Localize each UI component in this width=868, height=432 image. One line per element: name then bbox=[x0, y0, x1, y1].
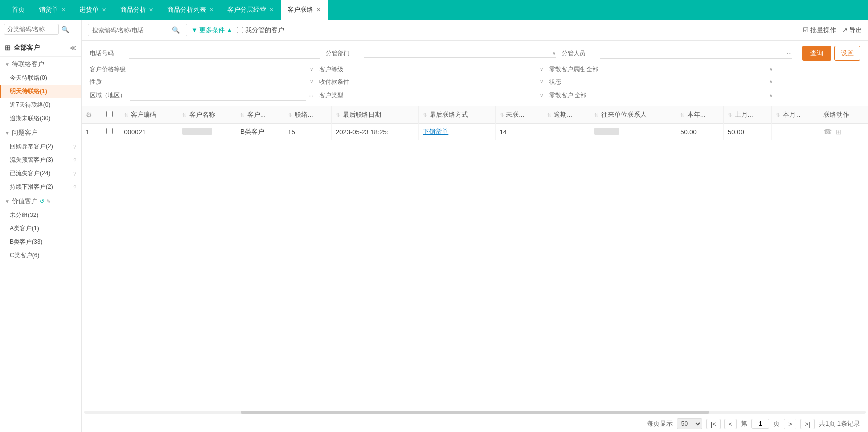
sidebar-item-class-b[interactable]: B类客户(33) bbox=[0, 235, 81, 249]
sort-icon-type: ⇅ bbox=[240, 112, 244, 118]
chevron-up-icon: ▲ bbox=[226, 26, 233, 34]
sidebar-item-lost[interactable]: 已流失客户(24) ? bbox=[0, 167, 81, 180]
sidebar-all-customers[interactable]: ⊞ 全部客户 ≪ bbox=[0, 39, 81, 57]
sort-icon-unit: ⇅ bbox=[594, 112, 598, 118]
first-page-btn[interactable]: |< bbox=[706, 419, 721, 429]
row-checkbox[interactable] bbox=[106, 128, 113, 134]
filter-person-select[interactable]: ··· bbox=[600, 48, 792, 59]
chevron-down-icon-7: ∨ bbox=[769, 79, 773, 84]
sort-icon-contact: ⇅ bbox=[288, 112, 292, 118]
sidebar-item-overdue[interactable]: 逾期未联络(30) bbox=[0, 112, 81, 125]
td-name bbox=[178, 124, 236, 140]
more-conditions-btn[interactable]: ▼ 更多条件 ▲ bbox=[191, 26, 233, 35]
horizontal-scrollbar[interactable] bbox=[82, 409, 868, 415]
sidebar-item-class-a[interactable]: A类客户(1) bbox=[0, 222, 81, 235]
last-way-link[interactable]: 下销货单 bbox=[423, 128, 448, 135]
next-page-btn[interactable]: > bbox=[784, 419, 796, 429]
th-name: ⇅ 客户名称 bbox=[178, 106, 236, 124]
filter-area-input[interactable] bbox=[130, 90, 306, 101]
nav-home[interactable]: 首页 bbox=[5, 0, 32, 20]
last-page-btn[interactable]: >| bbox=[800, 419, 815, 429]
sidebar-item-ungrouped[interactable]: 未分组(32) bbox=[0, 209, 81, 222]
filter-nature-label: 性质 bbox=[90, 78, 125, 86]
filter-price-level-select[interactable]: ∨ bbox=[130, 65, 313, 73]
query-button[interactable]: 查询 bbox=[802, 46, 831, 61]
grid-action-icon[interactable]: ⊞ bbox=[836, 128, 842, 136]
filter-nature-select[interactable]: ∨ bbox=[129, 77, 313, 86]
arrow-down-icon: ▼ bbox=[5, 62, 10, 67]
sidebar-item-decline[interactable]: 持续下滑客户(2) ? bbox=[0, 180, 81, 194]
nav-analysis-close[interactable]: ✕ bbox=[149, 7, 153, 13]
per-page-select[interactable]: 50 10 20 100 bbox=[677, 418, 702, 429]
page-input[interactable] bbox=[751, 419, 769, 429]
search-icon-toolbar[interactable]: 🔍 bbox=[172, 26, 180, 34]
td-action: ☎ ⊞ bbox=[819, 124, 868, 140]
sidebar-group-problem-label: 问题客户 bbox=[12, 128, 38, 137]
sidebar-group-pending[interactable]: ▼ 待联络客户 bbox=[0, 57, 81, 72]
filter-level: 客户等级 ∨ bbox=[319, 65, 543, 73]
filter-retail-select[interactable]: ∨ bbox=[590, 91, 773, 100]
th-code-label: 客户编码 bbox=[131, 111, 156, 118]
help-icon-2[interactable]: ? bbox=[73, 157, 76, 163]
filter-level-select[interactable]: ∨ bbox=[358, 65, 543, 73]
search-input[interactable] bbox=[92, 27, 172, 34]
help-icon-3[interactable]: ? bbox=[73, 171, 76, 177]
scrollbar-track bbox=[84, 411, 866, 414]
nav-customer-tier-close[interactable]: ✕ bbox=[269, 7, 274, 13]
sidebar-item-lost-risk[interactable]: 流失预警客户(3) ? bbox=[0, 153, 81, 167]
sort-icon-date: ⇅ bbox=[336, 112, 340, 118]
td-last-month: 50.00 bbox=[724, 124, 772, 140]
table-header-row: ⚙ ⇅ 客户编码 ⇅ 客户名称 bbox=[82, 106, 868, 124]
filter-status-select[interactable]: ∨ bbox=[588, 77, 773, 86]
phone-action-icon[interactable]: ☎ bbox=[823, 128, 832, 136]
td-cust-type: B类客户 bbox=[236, 124, 284, 140]
filter-retail-attr-select[interactable]: ∨ bbox=[602, 65, 773, 73]
sidebar-item-class-c[interactable]: C类客户(6) bbox=[0, 249, 81, 262]
collapse-icon[interactable]: ≪ bbox=[70, 44, 76, 52]
filter-level-label: 客户等级 bbox=[319, 65, 354, 73]
prev-page-btn[interactable]: < bbox=[724, 419, 737, 429]
th-last-way-label: 最后联络方式 bbox=[430, 111, 468, 118]
edit-icon[interactable]: ✎ bbox=[46, 198, 51, 205]
per-page-label: 每页显示 bbox=[647, 419, 673, 428]
sidebar-search-input[interactable] bbox=[4, 24, 59, 35]
help-icon-4[interactable]: ? bbox=[73, 184, 76, 190]
filter-icon: ▼ bbox=[191, 26, 198, 34]
my-customers-label: 我分管的客户 bbox=[245, 26, 284, 35]
filter-phone-input[interactable] bbox=[129, 48, 320, 59]
nav-sales[interactable]: 销货单 ✕ bbox=[32, 0, 72, 20]
batch-op-btn[interactable]: ☑ 批量操作 bbox=[803, 26, 836, 35]
sidebar-group-problem[interactable]: ▼ 问题客户 bbox=[0, 125, 81, 140]
sidebar-group-value[interactable]: ▼ 价值客户 ↺ ✎ bbox=[0, 194, 81, 209]
sidebar-group-pending-label: 待联络客户 bbox=[12, 60, 44, 69]
nav-analysis-list-close[interactable]: ✕ bbox=[209, 7, 214, 13]
nav-analysis-list[interactable]: 商品分析列表 ✕ bbox=[160, 0, 220, 20]
help-icon-1[interactable]: ? bbox=[73, 144, 76, 150]
filter-payment-select[interactable]: ∨ bbox=[358, 77, 543, 86]
sidebar-item-today[interactable]: 今天待联络(0) bbox=[0, 72, 81, 85]
td-not-contact: 14 bbox=[495, 124, 543, 140]
sidebar-search-icon[interactable]: 🔍 bbox=[61, 26, 69, 33]
filter-cust-type-select[interactable]: ∨ bbox=[358, 91, 543, 100]
my-customers-checkbox[interactable] bbox=[237, 27, 243, 33]
refresh-icon[interactable]: ↺ bbox=[40, 198, 44, 205]
filter-dept-select[interactable]: ∨ bbox=[364, 49, 556, 58]
chevron-down-icon-4: ∨ bbox=[769, 66, 773, 72]
nav-purchase-close[interactable]: ✕ bbox=[102, 7, 106, 13]
filter-retail-label: 零散客户 全部 bbox=[549, 91, 586, 100]
select-all-checkbox[interactable] bbox=[106, 111, 113, 117]
gear-icon[interactable]: ⚙ bbox=[86, 111, 92, 119]
settings-button[interactable]: 设置 bbox=[834, 46, 860, 61]
export-btn[interactable]: ↗ 导出 bbox=[842, 26, 862, 35]
sidebar-item-week[interactable]: 近7天待联络(0) bbox=[0, 98, 81, 112]
my-customers-checkbox-label[interactable]: 我分管的客户 bbox=[237, 26, 284, 35]
nav-customer-contact[interactable]: 客户联络 ✕ bbox=[281, 0, 328, 20]
nav-purchase[interactable]: 进货单 ✕ bbox=[72, 0, 113, 20]
sidebar-item-tomorrow[interactable]: 明天待联络(1) bbox=[0, 85, 81, 98]
sidebar-item-repeat-abnormal[interactable]: 回购异常客户(2) ? bbox=[0, 140, 81, 153]
scrollbar-thumb[interactable] bbox=[241, 411, 710, 414]
nav-analysis[interactable]: 商品分析 ✕ bbox=[113, 0, 160, 20]
nav-customer-contact-close[interactable]: ✕ bbox=[316, 7, 321, 13]
nav-customer-tier[interactable]: 客户分层经营 ✕ bbox=[220, 0, 281, 20]
nav-sales-close[interactable]: ✕ bbox=[61, 7, 66, 13]
